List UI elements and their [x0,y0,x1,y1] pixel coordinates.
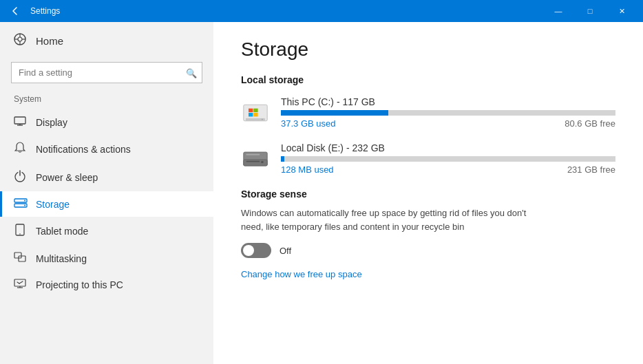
drive-c-fill [281,110,388,116]
multitask-icon [14,252,26,265]
svg-line-21 [19,281,23,283]
drive-c-used: 37.3 GB used [281,118,336,129]
search-box: 🔍 [11,62,202,83]
svg-rect-31 [246,160,260,162]
svg-rect-25 [249,113,253,116]
sidebar-item-multitasking[interactable]: Multitasking [0,245,213,272]
drive-e-progress [281,156,615,162]
search-icon: 🔍 [186,67,197,78]
projecting-label: Projecting to this PC [36,279,123,290]
minimize-button[interactable]: — [542,0,574,22]
storage-sense-toggle-row: Off [241,243,615,258]
project-icon [14,279,26,290]
storage-sense-toggle[interactable] [241,243,271,258]
sidebar-item-storage[interactable]: Storage [0,191,213,217]
home-icon [14,33,26,48]
drive-e-info: Local Disk (E:) - 232 GB 128 MB used 231… [281,142,615,175]
page-title: Storage [241,39,615,61]
maximize-button[interactable]: □ [574,0,606,22]
svg-rect-15 [14,253,21,258]
drive-e-fill [281,156,284,162]
storage-sense-title: Storage sense [241,189,615,200]
toggle-thumb [243,245,254,256]
sidebar-item-projecting[interactable]: Projecting to this PC [0,272,213,297]
toggle-off-label: Off [280,246,291,256]
content-area: Storage Local storage [213,22,643,364]
drive-e-used: 128 MB used [281,164,334,175]
svg-rect-6 [14,117,25,124]
drive-c-progress [281,110,615,116]
svg-point-28 [262,118,263,120]
tablet-icon [14,224,26,238]
drive-c-info: This PC (C:) - 117 GB 37.3 GB used 80.6 … [281,96,615,129]
storage-sense-desc: Windows can automatically free up space … [241,206,530,233]
drive-e-icon [241,144,270,173]
tablet-label: Tablet mode [36,226,88,237]
section-label: System [0,92,213,109]
svg-rect-33 [246,153,260,155]
drive-c-icon [241,98,270,127]
sidebar-item-power[interactable]: Power & sleep [0,163,213,191]
window-title: Settings [30,6,542,16]
drive-c-free: 80.6 GB free [565,118,615,129]
drive-e-stats: 128 MB used 231 GB free [281,164,615,175]
svg-rect-26 [253,113,257,116]
search-input[interactable] [11,62,202,83]
notification-icon [14,142,26,156]
sidebar-item-tablet[interactable]: Tablet mode [0,217,213,245]
svg-rect-16 [19,256,25,261]
svg-rect-30 [244,159,267,165]
sidebar-item-notifications[interactable]: Notifications & actions [0,135,213,163]
home-label: Home [36,35,63,47]
storage-label: Storage [36,199,70,210]
storage-icon [14,198,26,210]
notifications-label: Notifications & actions [36,144,131,155]
drive-e-name: Local Disk (E:) - 232 GB [281,142,615,153]
svg-point-32 [261,160,264,163]
drive-c-name: This PC (C:) - 117 GB [281,96,615,107]
drive-e-item: Local Disk (E:) - 232 GB 128 MB used 231… [241,142,615,175]
window-controls: — □ ✕ [542,0,637,22]
svg-point-1 [18,37,22,41]
sidebar-item-display[interactable]: Display [0,109,213,135]
svg-point-14 [19,233,21,235]
power-label: Power & sleep [36,172,98,183]
svg-point-12 [24,205,25,206]
multitasking-label: Multitasking [36,253,87,264]
drive-c-stats: 37.3 GB used 80.6 GB free [281,118,615,129]
sidebar: Home 🔍 System Display [0,22,213,364]
drive-c-item: This PC (C:) - 117 GB 37.3 GB used 80.6 … [241,96,615,129]
power-icon [14,170,26,184]
drive-e-free: 231 GB free [567,164,615,175]
home-nav-item[interactable]: Home [0,22,213,59]
display-label: Display [36,117,67,128]
svg-rect-23 [249,108,253,111]
local-storage-title: Local storage [241,74,615,85]
svg-point-11 [24,200,25,202]
back-button[interactable] [6,1,25,21]
titlebar: Settings — □ ✕ [0,0,643,22]
close-button[interactable]: ✕ [606,0,637,22]
app-body: Home 🔍 System Display [0,22,643,364]
svg-rect-24 [253,108,257,111]
display-icon [14,116,26,128]
change-space-link[interactable]: Change how we free up space [241,269,362,279]
